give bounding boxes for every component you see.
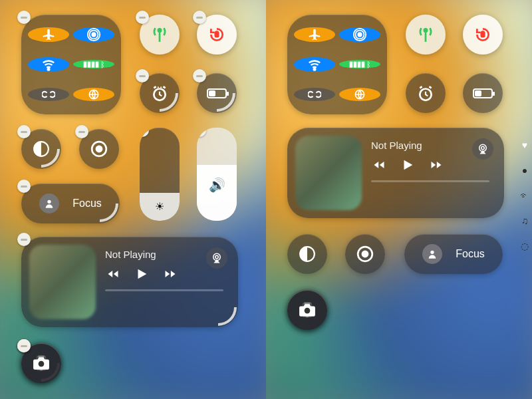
rewind-icon[interactable] bbox=[371, 158, 387, 172]
resize-handle[interactable] bbox=[218, 307, 237, 326]
antenna-icon[interactable]: ᯤ bbox=[520, 190, 529, 201]
alarm-button[interactable] bbox=[140, 73, 180, 113]
alarm-button[interactable] bbox=[406, 73, 446, 113]
antenna-icon bbox=[417, 26, 434, 43]
camera-icon bbox=[33, 356, 50, 370]
album-art bbox=[29, 245, 96, 319]
remove-badge[interactable] bbox=[17, 11, 31, 24]
play-icon[interactable] bbox=[134, 267, 149, 281]
svg-point-12 bbox=[96, 146, 103, 153]
dotted-circle-icon[interactable]: ◌ bbox=[521, 241, 529, 251]
progress-bar[interactable] bbox=[371, 180, 489, 182]
remove-badge[interactable] bbox=[193, 11, 206, 24]
personal-hotspot-toggle[interactable] bbox=[294, 88, 335, 101]
connectivity-module[interactable]: ▮▮▮▮ ᛒ bbox=[287, 15, 387, 114]
airdrop-toggle[interactable] bbox=[339, 27, 380, 42]
airdrop-icon bbox=[86, 27, 101, 42]
camera-button[interactable] bbox=[287, 290, 327, 330]
screen-record-icon bbox=[356, 245, 374, 263]
low-power-button[interactable] bbox=[197, 73, 237, 113]
airplay-button[interactable] bbox=[472, 138, 493, 160]
svg-point-30 bbox=[358, 33, 362, 37]
brightness-slider[interactable]: ☀︎ bbox=[140, 128, 180, 221]
svg-point-0 bbox=[92, 33, 96, 37]
remove-badge[interactable] bbox=[193, 69, 206, 82]
content-area: ▮▮▮▮ ᛒ bbox=[266, 0, 532, 399]
remove-badge[interactable] bbox=[140, 128, 149, 137]
brightness-icon: ☀︎ bbox=[155, 200, 164, 213]
dot-icon[interactable]: ● bbox=[522, 165, 527, 176]
resize-handle[interactable] bbox=[160, 93, 178, 112]
cellular-bluetooth-toggle[interactable]: ▮▮▮▮ ᛒ bbox=[339, 60, 380, 68]
media-player[interactable]: Not Playing bbox=[21, 237, 238, 327]
airdrop-toggle[interactable] bbox=[73, 27, 114, 42]
focus-button[interactable]: Focus bbox=[404, 234, 503, 274]
wifi-toggle[interactable] bbox=[28, 57, 69, 72]
screen-record-button[interactable] bbox=[345, 234, 385, 274]
page-indicators[interactable]: ♥ ● ᯤ ♫ ◌ bbox=[520, 140, 529, 251]
satellite-toggle[interactable] bbox=[73, 88, 114, 101]
airplane-icon bbox=[41, 27, 56, 42]
rotation-lock-button[interactable] bbox=[197, 15, 237, 55]
rotation-lock-button[interactable] bbox=[463, 15, 503, 55]
low-power-button[interactable] bbox=[463, 73, 503, 113]
cellular-bars-icon: ▮▮▮▮ bbox=[83, 60, 99, 68]
connectivity-module[interactable]: ▮▮▮▮ ᛒ bbox=[21, 15, 121, 114]
volume-slider[interactable]: 🔊 bbox=[197, 128, 237, 221]
resize-handle[interactable] bbox=[41, 149, 60, 168]
dark-mode-icon bbox=[299, 245, 316, 263]
screen-record-button[interactable] bbox=[79, 129, 119, 169]
control-center-edit-mode: ▮▮▮▮ ᛒ bbox=[0, 0, 266, 399]
svg-point-35 bbox=[424, 29, 427, 31]
volume-icon: 🔊 bbox=[209, 177, 225, 193]
wifi-icon bbox=[307, 57, 322, 72]
satellite-toggle[interactable] bbox=[339, 88, 380, 101]
music-note-icon[interactable]: ♫ bbox=[521, 215, 529, 226]
media-player[interactable]: Not Playing bbox=[287, 128, 504, 218]
focus-button[interactable]: Focus bbox=[21, 184, 120, 223]
personal-hotspot-icon bbox=[42, 88, 55, 101]
remove-badge[interactable] bbox=[136, 11, 149, 24]
cellular-bluetooth-toggle[interactable]: ▮▮▮▮ ᛒ bbox=[73, 60, 114, 68]
content-area: ▮▮▮▮ ᛒ bbox=[0, 0, 266, 399]
svg-point-3 bbox=[48, 68, 50, 70]
airplay-button[interactable] bbox=[206, 247, 227, 269]
airplane-mode-toggle[interactable] bbox=[28, 27, 69, 42]
remove-badge[interactable] bbox=[17, 125, 31, 138]
bluetooth-icon: ᛒ bbox=[100, 61, 105, 68]
airplane-mode-toggle[interactable] bbox=[294, 27, 335, 42]
antenna-button[interactable] bbox=[140, 15, 180, 55]
camera-button[interactable] bbox=[21, 343, 61, 383]
resize-handle[interactable] bbox=[100, 203, 118, 222]
airplay-icon bbox=[211, 252, 223, 264]
resize-handle[interactable] bbox=[217, 93, 235, 112]
remove-badge[interactable] bbox=[197, 128, 206, 137]
remove-badge[interactable] bbox=[136, 69, 149, 82]
antenna-button[interactable] bbox=[406, 15, 446, 55]
svg-point-8 bbox=[158, 86, 159, 88]
svg-point-43 bbox=[431, 251, 434, 254]
remove-badge[interactable] bbox=[17, 233, 31, 246]
play-icon[interactable] bbox=[400, 158, 415, 172]
remove-badge[interactable] bbox=[17, 339, 31, 352]
dark-mode-button[interactable] bbox=[287, 234, 327, 274]
forward-icon[interactable] bbox=[428, 158, 444, 172]
remove-badge[interactable] bbox=[75, 125, 88, 138]
person-icon bbox=[422, 244, 442, 264]
forward-icon[interactable] bbox=[162, 267, 178, 281]
wifi-toggle[interactable] bbox=[294, 57, 335, 72]
remove-badge[interactable] bbox=[17, 180, 31, 193]
dark-mode-button[interactable] bbox=[21, 129, 61, 169]
person-icon bbox=[39, 194, 59, 213]
cellular-bars-icon: ▮▮▮▮ bbox=[349, 60, 365, 68]
bluetooth-icon: ᛒ bbox=[366, 61, 371, 68]
progress-bar[interactable] bbox=[105, 289, 223, 291]
airplay-icon bbox=[477, 143, 489, 155]
camera-icon bbox=[299, 303, 316, 317]
album-art bbox=[295, 136, 362, 210]
heart-icon[interactable]: ♥ bbox=[522, 140, 527, 150]
personal-hotspot-toggle[interactable] bbox=[28, 88, 69, 101]
satellite-icon bbox=[87, 88, 100, 101]
battery-icon bbox=[473, 88, 493, 98]
rewind-icon[interactable] bbox=[105, 267, 121, 281]
